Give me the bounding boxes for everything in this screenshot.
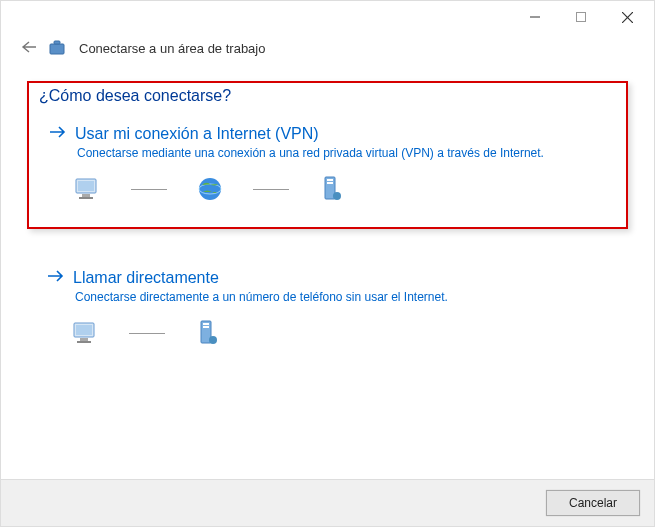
svg-point-10: [199, 178, 221, 200]
svg-rect-1: [577, 13, 586, 22]
question-heading: ¿Cómo desea conectarse?: [37, 87, 618, 105]
svg-rect-7: [78, 181, 94, 191]
svg-point-23: [209, 336, 217, 344]
connector-line: [253, 189, 289, 190]
svg-rect-13: [327, 179, 333, 181]
option-dial-title: Llamar directamente: [73, 269, 219, 287]
svg-rect-8: [82, 194, 90, 197]
connector-line: [129, 333, 165, 334]
window-title: Conectarse a un área de trabajo: [79, 41, 265, 56]
highlighted-section: ¿Cómo desea conectarse? Usar mi conexión…: [27, 81, 628, 229]
server-icon: [193, 319, 223, 347]
svg-rect-18: [80, 338, 88, 341]
back-arrow-icon[interactable]: [21, 40, 37, 56]
title-bar: [1, 1, 654, 33]
computer-icon: [71, 319, 101, 347]
option-dial-description: Conectarse directamente a un número de t…: [47, 289, 607, 305]
option-vpn-title: Usar mi conexión a Internet (VPN): [75, 125, 319, 143]
svg-point-15: [333, 192, 341, 200]
svg-rect-4: [50, 44, 64, 54]
cancel-button[interactable]: Cancelar: [546, 490, 640, 516]
footer: Cancelar: [1, 479, 654, 526]
svg-rect-22: [203, 326, 209, 328]
svg-rect-21: [203, 323, 209, 325]
option-vpn-description: Conectarse mediante una conexión a una r…: [49, 145, 609, 161]
svg-rect-17: [76, 325, 92, 335]
connector-line: [131, 189, 167, 190]
globe-icon: [195, 175, 225, 203]
svg-rect-14: [327, 182, 333, 184]
option-vpn[interactable]: Usar mi conexión a Internet (VPN) Conect…: [37, 123, 618, 213]
header: Conectarse a un área de trabajo: [1, 33, 654, 67]
option-dial[interactable]: Llamar directamente Conectarse directame…: [27, 269, 628, 347]
workplace-icon: [49, 39, 67, 57]
svg-rect-19: [77, 341, 91, 343]
content-area: ¿Cómo desea conectarse? Usar mi conexión…: [1, 67, 654, 361]
arrow-right-icon: [47, 269, 65, 287]
svg-rect-9: [79, 197, 93, 199]
vpn-diagram: [49, 175, 618, 203]
server-icon: [317, 175, 347, 203]
dial-diagram: [47, 319, 628, 347]
svg-rect-5: [54, 41, 60, 44]
arrow-right-icon: [49, 125, 67, 143]
close-button[interactable]: [604, 2, 650, 32]
maximize-button[interactable]: [558, 2, 604, 32]
computer-icon: [73, 175, 103, 203]
minimize-button[interactable]: [512, 2, 558, 32]
